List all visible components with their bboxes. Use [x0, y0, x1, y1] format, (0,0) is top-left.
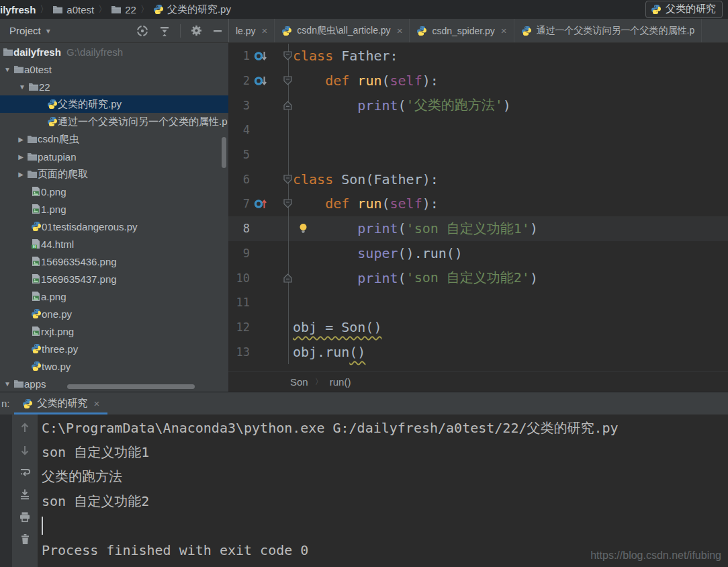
code-line[interactable]: 10 print('son 自定义功能2') — [228, 265, 728, 290]
gear-icon[interactable] — [190, 24, 203, 37]
scroll-to-end-icon[interactable] — [18, 488, 32, 501]
close-icon[interactable]: × — [501, 25, 507, 36]
code-line[interactable]: 13obj.run() — [228, 339, 728, 364]
overridden-method-icon[interactable] — [254, 75, 269, 87]
line-number[interactable]: 1 — [228, 49, 254, 62]
code-line[interactable]: 6class Son(Father): — [228, 167, 728, 191]
overriding-method-icon[interactable] — [254, 198, 269, 210]
code-line[interactable]: 8 print('son 自定义功能1') — [228, 216, 728, 241]
tree-item[interactable]: 1.png — [0, 200, 228, 218]
editor-tab[interactable]: 通过一个父类访问另一个父类的属性.p — [514, 19, 702, 42]
code-line[interactable]: 7 def run(self): — [228, 191, 728, 216]
close-icon[interactable]: × — [94, 398, 100, 409]
editor-tab[interactable]: le.py× — [229, 19, 275, 42]
run-tab[interactable]: 父类的研究 × — [14, 392, 108, 415]
close-icon[interactable]: × — [262, 25, 268, 36]
chevron-collapsed-icon[interactable]: ▶ — [15, 136, 27, 143]
breadcrumb-item[interactable]: run() — [330, 376, 351, 388]
code-line[interactable]: 9 super().run() — [228, 241, 728, 266]
chevron-collapsed-icon[interactable]: ▶ — [15, 171, 27, 178]
tree-item[interactable]: three.py — [0, 340, 228, 357]
tree-item[interactable]: ▼a0test — [0, 60, 228, 78]
line-number[interactable]: 9 — [228, 247, 254, 260]
tree-item[interactable]: ▶csdn爬虫 — [0, 130, 228, 148]
tree-item[interactable]: ▼apps — [0, 375, 228, 392]
tree-item[interactable]: 父类的研究.py — [0, 95, 228, 113]
up-arrow-icon[interactable] — [18, 421, 32, 435]
project-tool-window-header[interactable]: Project ▾ — [0, 19, 228, 42]
tree-item[interactable]: 0.png — [0, 183, 228, 200]
tree-item[interactable]: a.png — [0, 288, 228, 305]
line-number[interactable]: 5 — [228, 148, 254, 161]
chevron-collapsed-icon[interactable]: ▶ — [15, 153, 27, 161]
code-text[interactable]: super().run() — [289, 241, 728, 266]
collapse-all-icon[interactable] — [158, 25, 171, 37]
chevron-down-icon[interactable]: ▾ — [46, 26, 50, 36]
tree-item[interactable]: dailyfreshG:\dailyfresh — [0, 43, 228, 60]
code-text[interactable] — [289, 118, 728, 142]
code-line[interactable]: 11 — [228, 290, 728, 315]
code-line[interactable]: 4 — [228, 118, 728, 142]
line-number[interactable]: 12 — [228, 320, 254, 334]
tree-item[interactable]: 1569635437.png — [0, 270, 228, 288]
code-line[interactable]: 5 — [228, 142, 728, 167]
down-arrow-icon[interactable] — [18, 443, 32, 457]
breadcrumb-item[interactable]: 22 — [111, 4, 136, 15]
tree-item[interactable]: two.py — [0, 357, 228, 375]
clear-icon[interactable] — [18, 532, 32, 546]
code-text[interactable]: print('son 自定义功能1') — [289, 216, 728, 241]
tree-item[interactable]: H44.html — [0, 235, 228, 253]
chevron-expanded-icon[interactable]: ▼ — [1, 380, 13, 388]
code-text[interactable]: def run(self): — [289, 69, 728, 93]
tree-item[interactable]: 通过一个父类访问另一个父类的属性.p — [0, 113, 228, 130]
code-text[interactable]: print('son 自定义功能2') — [289, 265, 728, 290]
editor-tab[interactable]: csdn爬虫\all_article.py× — [275, 19, 410, 42]
line-number[interactable]: 7 — [228, 197, 254, 210]
line-number[interactable]: 2 — [228, 74, 254, 87]
tree-item[interactable]: rxjt.png — [0, 322, 228, 340]
breadcrumb-item[interactable]: a0test — [52, 4, 94, 15]
close-icon[interactable]: × — [397, 25, 403, 36]
overridden-method-icon[interactable] — [254, 50, 269, 62]
console-output[interactable]: C:\ProgramData\Anaconda3\python.exe G:/d… — [38, 415, 728, 567]
run-configuration-selector[interactable]: 父类的研究 — [645, 1, 723, 18]
intention-bulb-icon[interactable] — [298, 223, 308, 234]
line-number[interactable]: 4 — [228, 123, 254, 136]
code-line[interactable]: 3 print('父类的跑方法') — [228, 93, 728, 118]
code-text[interactable] — [289, 290, 728, 315]
code-line[interactable]: 1class Father: — [228, 44, 728, 69]
line-number[interactable]: 3 — [228, 99, 254, 112]
tree-item[interactable]: ▼22 — [0, 78, 228, 95]
code-area[interactable]: 1class Father:2 def run(self):3 print('父… — [228, 43, 728, 372]
code-line[interactable]: 2 def run(self): — [228, 69, 728, 93]
code-text[interactable]: class Father: — [289, 44, 728, 69]
code-text[interactable]: obj.run() — [289, 339, 728, 364]
code-text[interactable]: obj = Son() — [289, 315, 728, 340]
tree-vertical-scrollbar[interactable] — [222, 137, 226, 168]
line-number[interactable]: 11 — [228, 296, 254, 309]
breadcrumb-item[interactable]: Son — [290, 376, 308, 388]
code-text[interactable]: print('父类的跑方法') — [289, 93, 728, 118]
tree-item[interactable]: 1569635436.png — [0, 253, 228, 270]
tree-horizontal-scrollbar[interactable] — [67, 384, 195, 389]
breadcrumb-item[interactable]: 父类的研究.py — [153, 3, 231, 16]
code-text[interactable]: class Son(Father): — [289, 167, 728, 191]
tree-item[interactable]: ▶patupian — [0, 148, 228, 165]
tree-item[interactable]: 01testisdangerous.py — [0, 218, 228, 235]
breadcrumb-item[interactable]: ilyfresh — [0, 4, 36, 15]
locate-icon[interactable] — [136, 24, 149, 38]
tree-item[interactable]: one.py — [0, 305, 228, 322]
tree-item[interactable]: ▶页面的爬取 — [0, 165, 228, 183]
hide-icon[interactable] — [212, 26, 223, 36]
code-text[interactable] — [289, 142, 728, 167]
line-number[interactable]: 6 — [228, 173, 254, 186]
chevron-expanded-icon[interactable]: ▼ — [1, 66, 13, 73]
editor-tab[interactable]: csdn_spider.py× — [410, 19, 514, 42]
line-number[interactable]: 8 — [228, 222, 254, 235]
code-text[interactable]: def run(self): — [289, 191, 728, 216]
print-icon[interactable] — [18, 510, 32, 523]
code-line[interactable]: 12obj = Son() — [228, 315, 728, 340]
soft-wrap-icon[interactable] — [18, 466, 32, 479]
line-number[interactable]: 10 — [228, 271, 254, 285]
chevron-expanded-icon[interactable]: ▼ — [16, 83, 28, 91]
